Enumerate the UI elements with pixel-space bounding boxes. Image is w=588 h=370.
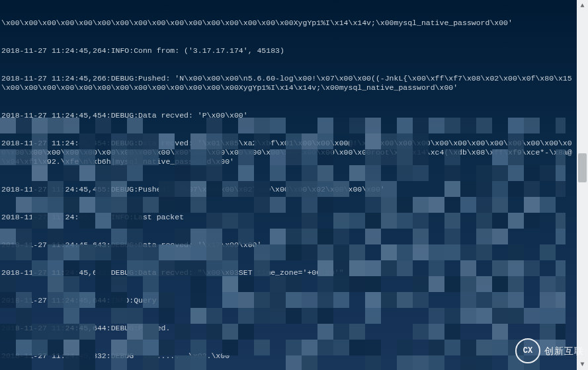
log-line: 2018-11-27 11:24:45,266:DEBUG:Pushed: 'N… — [1, 74, 574, 92]
log-line: 2018-11-27 11:24:45,643:DEBUG:Data recve… — [1, 268, 574, 278]
scrollbar-thumb[interactable] — [578, 153, 587, 182]
log-line: 2018-11-27 11:24:45,264:INFO:Conn from: … — [1, 46, 574, 56]
scroll-up-arrow-icon[interactable]: ▲ — [577, 0, 588, 11]
log-line: 2018-11-27 11:24:45,454:DEBUG:Data recve… — [1, 111, 574, 120]
log-line: 2018-11-27 11:24:45,643:DEBUG:Data recve… — [1, 240, 574, 250]
terminal-output: \x00\x00\x00\x00\x00\x00\x00\x00\x00\x00… — [0, 0, 577, 370]
watermark-logo-text: CX — [523, 346, 532, 355]
scrollbar-track[interactable] — [577, 11, 588, 359]
log-line: \x00\x00\x00\x00\x00\x00\x00\x00\x00\x00… — [1, 18, 574, 28]
watermark: CX 创新互联 — [515, 338, 584, 363]
log-line: 2018-11-27 11:24:45,644:INFO:Query — [1, 296, 574, 305]
log-line: 2018-11-27 11:24:45,644:DEBUG:Pushed. — [1, 324, 574, 333]
log-line: 2018-11-27 11:24:45,454:DEBUG:Data recve… — [1, 139, 574, 166]
arrow-glyph: ▲ — [580, 1, 584, 11]
watermark-label: 创新互联 — [544, 346, 584, 355]
log-line: 2018-11-27 11:24:45,832:DEBUG ........ \… — [1, 352, 574, 361]
vertical-scrollbar[interactable]: ▲ ▼ — [577, 0, 588, 370]
watermark-logo-icon: CX — [515, 338, 540, 363]
log-line: 2018-11-27 11:24:45,455:INFO:Last packet — [1, 213, 574, 222]
log-line: 2018-11-27 11:24:45,455:DEBUG:Pushed: '\… — [1, 185, 574, 194]
